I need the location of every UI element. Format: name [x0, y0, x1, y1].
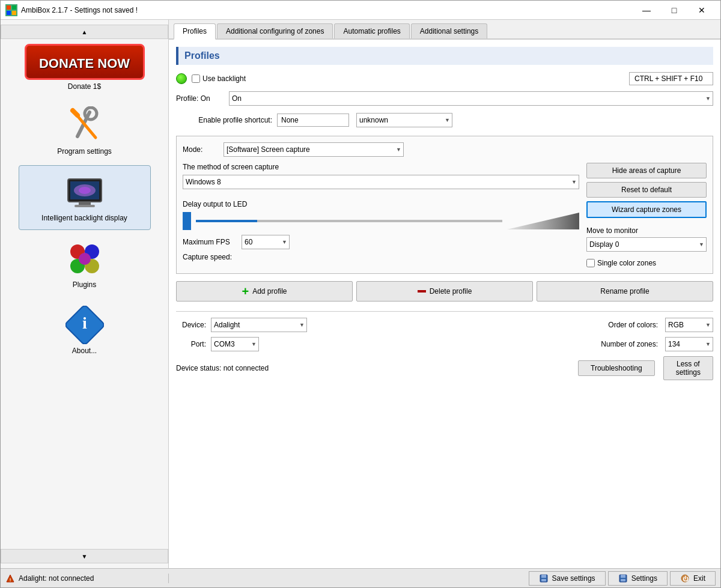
shortcut-dropdown-wrap: unknown Option 1 [356, 113, 452, 127]
sidebar-item-backlight[interactable]: Intelligent backlight display [19, 165, 151, 230]
rename-profile-button[interactable]: Rename profile [537, 281, 713, 302]
order-colors-wrap: RGB GRB BGR [665, 318, 713, 332]
fps-row: Maximum FPS 60 30 90 120 [183, 235, 579, 249]
single-color-row: Single color zones [586, 259, 707, 267]
exit-icon: ⏻ [680, 574, 690, 583]
main-window: AmbiBox 2.1.7 - Settings not saved ! — □… [0, 0, 721, 588]
svg-text:⏻: ⏻ [682, 575, 688, 582]
profile-dropdown[interactable]: On Off [229, 91, 713, 106]
status-text: Adalight: not connected [19, 574, 94, 583]
status-bar: ! Adalight: not connected Save settings [1, 568, 720, 587]
svg-rect-28 [621, 575, 625, 578]
slider-track [196, 220, 502, 222]
save-icon [539, 574, 549, 583]
display-dropdown[interactable]: Display 0 Display 1 Display 2 [586, 237, 707, 252]
troubleshooting-button[interactable]: Troubleshooting [578, 360, 655, 376]
use-backlight-checkbox[interactable] [192, 74, 200, 83]
device-row-2: Port: COM3 COM1 COM2 COM4 Number of zone… [176, 337, 713, 351]
sidebar-item-about[interactable]: i About... [19, 299, 151, 362]
section-title: Profiles [176, 47, 713, 65]
svg-rect-2 [7, 11, 11, 15]
sidebar-item-plugins-label: Plugins [73, 280, 96, 289]
sidebar-scroll-up[interactable]: ▲ [1, 25, 168, 39]
sidebar-item-backlight-label: Intelligent backlight display [41, 214, 127, 222]
wizard-button[interactable]: Wizard capture zones [586, 201, 707, 218]
svg-point-18 [79, 253, 91, 265]
maximize-button[interactable]: □ [660, 1, 688, 20]
status-right: Save settings Settings ⏻ Exit [169, 571, 720, 586]
add-profile-button[interactable]: + Add profile [176, 281, 353, 302]
svg-line-7 [73, 111, 78, 115]
single-color-checkbox[interactable] [586, 259, 595, 267]
delay-section: Delay output to LED [183, 200, 579, 261]
mode-dropdown[interactable]: [Software] Screen capture [Hardware] Ada… [224, 142, 404, 157]
port-dropdown-wrap: COM3 COM1 COM2 COM4 [211, 337, 259, 351]
use-backlight-label[interactable]: Use backlight [192, 74, 246, 83]
delete-icon [418, 290, 426, 292]
port-dropdown[interactable]: COM3 COM1 COM2 COM4 [211, 337, 259, 351]
settings-button[interactable]: Settings [608, 571, 668, 586]
minimize-button[interactable]: — [633, 1, 660, 20]
device-label: Device: [176, 321, 206, 329]
move-monitor-label: Move to monitor [586, 226, 707, 235]
main-content: ▲ DONATE NOW Donate 1$ Program se [1, 20, 720, 568]
device-dropdown[interactable]: Adalight Arduino ESP8266 [211, 318, 307, 332]
exit-button[interactable]: ⏻ Exit [670, 571, 716, 586]
slider-thumb-visual [183, 212, 191, 230]
display-dropdown-wrap: Display 0 Display 1 Display 2 [586, 237, 707, 252]
num-zones-dropdown[interactable]: 134 100 50 [665, 337, 713, 351]
panel-content: Profiles Use backlight CTRL + SHIFT + F1… [169, 40, 720, 568]
profile-actions: + Add profile Delete profile Rename prof… [176, 281, 713, 302]
port-label: Port: [176, 340, 206, 348]
use-backlight-row: Use backlight CTRL + SHIFT + F10 [176, 72, 713, 85]
tab-zones[interactable]: Additional configuring of zones [217, 23, 333, 38]
tab-profiles[interactable]: Profiles [174, 23, 216, 40]
single-color-label: Single color zones [597, 259, 656, 267]
mode-dropdown-wrap: [Software] Screen capture [Hardware] Ada… [224, 142, 404, 157]
sidebar-item-program-settings-label: Program settings [57, 147, 112, 156]
add-icon: + [242, 285, 249, 297]
status-indicator [176, 73, 187, 84]
window-title: AmbiBox 2.1.7 - Settings not saved ! [21, 6, 633, 14]
tab-additional[interactable]: Additional settings [411, 23, 487, 38]
shortcut-input[interactable]: CTRL + SHIFT + F10 [629, 72, 713, 85]
fps-label: Maximum FPS [183, 238, 237, 246]
sidebar-item-program-settings[interactable]: Program settings [19, 99, 151, 163]
sidebar: ▲ DONATE NOW Donate 1$ Program se [1, 20, 169, 568]
profile-dropdown-wrap: On Off [229, 91, 713, 106]
enable-shortcut-row: Enable profile shortcut: None unknown Op… [188, 113, 713, 127]
sidebar-scroll-down[interactable]: ▼ [1, 549, 168, 563]
mode-label: Mode: [183, 145, 219, 154]
save-settings-button[interactable]: Save settings [529, 571, 606, 586]
close-button[interactable]: ✕ [688, 1, 716, 20]
shortcut-dropdown[interactable]: unknown Option 1 [356, 113, 452, 127]
svg-marker-21 [507, 213, 579, 229]
shortcut-none-input[interactable]: None [277, 114, 349, 127]
sidebar-item-about-label: About... [72, 347, 97, 355]
svg-rect-3 [12, 11, 16, 15]
enable-shortcut-label: Enable profile shortcut: [188, 116, 272, 124]
donate-button[interactable]: DONATE NOW [25, 44, 145, 80]
mode-box: Mode: [Software] Screen capture [Hardwar… [176, 136, 713, 274]
svg-rect-25 [541, 575, 546, 578]
monitor-section: Move to monitor Display 0 Display 1 Disp… [586, 226, 707, 252]
tab-bar: Profiles Additional configuring of zones… [169, 20, 720, 40]
less-settings-button[interactable]: Less of settings [663, 356, 713, 380]
delete-profile-button[interactable]: Delete profile [356, 281, 533, 302]
tab-auto-profiles[interactable]: Automatic profiles [334, 23, 409, 38]
window-controls: — □ ✕ [633, 1, 716, 20]
capture-method-label: The method of screen capture [183, 163, 579, 171]
sidebar-item-plugins[interactable]: Plugins [19, 232, 151, 296]
fps-dropdown[interactable]: 60 30 90 120 [242, 235, 290, 249]
fps-dropdown-wrap: 60 30 90 120 [242, 235, 290, 249]
svg-rect-0 [7, 5, 11, 10]
status-left: ! Adalight: not connected [1, 574, 169, 583]
hide-areas-button[interactable]: Hide areas of capture [586, 163, 707, 178]
capture-method-dropdown[interactable]: Windows 8 Windows 7 GDI [183, 175, 579, 189]
device-dropdown-wrap: Adalight Arduino ESP8266 [211, 318, 307, 332]
order-colors-dropdown[interactable]: RGB GRB BGR [665, 318, 713, 332]
reset-default-button[interactable]: Reset to default [586, 182, 707, 198]
svg-rect-26 [541, 579, 546, 581]
rename-profile-label: Rename profile [600, 287, 649, 296]
num-zones-wrap: 134 100 50 [665, 337, 713, 351]
